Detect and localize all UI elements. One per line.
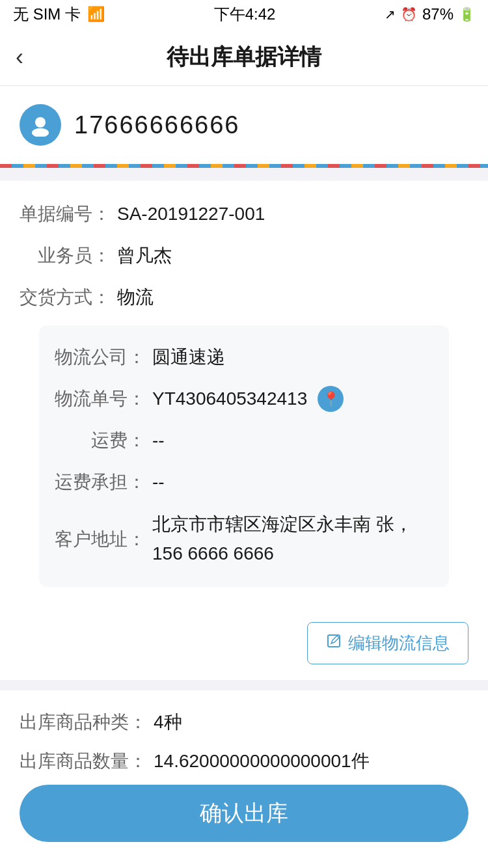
pin-icon: 📍 [322, 388, 340, 410]
edit-icon [326, 633, 342, 653]
wifi-icon: 📶 [87, 6, 105, 23]
confirm-outbound-label: 确认出库 [200, 798, 288, 828]
logistics-tracking-value: YT4306405342413 [152, 385, 307, 413]
battery-label: 87% [422, 5, 454, 23]
confirm-outbound-button[interactable]: 确认出库 [20, 785, 468, 842]
status-time: 下午4:42 [214, 4, 276, 25]
edit-logistics-label: 编辑物流信息 [348, 632, 450, 655]
logistics-company-value: 圆通速递 [152, 344, 225, 371]
delivery-method-label: 交货方式： [20, 284, 111, 311]
sales-person-value: 曾凡杰 [117, 242, 172, 269]
logistics-card: 物流公司： 圆通速递 物流单号： YT4306405342413 📍 运费： -… [39, 325, 449, 587]
avatar [20, 104, 61, 146]
document-no-row: 单据编号： SA-20191227-001 [20, 200, 468, 228]
alarm-icon: ⏰ [401, 7, 417, 22]
sales-person-row: 业务员： 曾凡杰 [20, 242, 468, 269]
address-label: 客户地址： [55, 526, 146, 553]
document-no-label: 单据编号： [20, 200, 111, 228]
logistics-company-row: 物流公司： 圆通速递 [55, 344, 433, 371]
status-left: 无 SIM 卡 📶 [13, 4, 105, 25]
address-row: 客户地址： 北京市市辖区海淀区永丰南 张，156 6666 6666 [55, 510, 433, 569]
svg-point-1 [32, 128, 49, 137]
status-bar: 无 SIM 卡 📶 下午4:42 ↗ ⏰ 87% 🔋 [0, 0, 488, 29]
freight-bearer-label: 运费承担： [55, 468, 146, 496]
freight-label: 运费： [55, 427, 146, 454]
status-right: ↗ ⏰ 87% 🔋 [385, 5, 475, 23]
logistics-tracking-label: 物流单号： [55, 385, 146, 413]
svg-point-0 [35, 117, 46, 128]
customer-card: 17666666666 [0, 86, 488, 164]
order-info-section: 单据编号： SA-20191227-001 业务员： 曾凡杰 交货方式： 物流 … [0, 181, 488, 606]
product-type-label: 出库商品种类： [20, 710, 147, 735]
freight-bearer-row: 运费承担： -- [55, 468, 433, 496]
page-title: 待出库单据详情 [167, 42, 321, 72]
back-button[interactable]: ‹ [16, 44, 23, 71]
edit-logistics-button[interactable]: 编辑物流信息 [307, 622, 468, 664]
freight-bearer-value: -- [152, 468, 165, 496]
address-value: 北京市市辖区海淀区永丰南 张，156 6666 6666 [152, 510, 433, 569]
product-type-row: 出库商品种类： 4种 [20, 710, 468, 735]
product-type-value: 4种 [154, 710, 182, 735]
edit-btn-row: 编辑物流信息 [0, 606, 488, 680]
logistics-company-label: 物流公司： [55, 344, 146, 371]
document-no-value: SA-20191227-001 [117, 200, 265, 228]
battery-icon: 🔋 [459, 7, 475, 22]
tracking-location-icon[interactable]: 📍 [318, 386, 344, 412]
location-icon: ↗ [385, 7, 396, 22]
freight-value: -- [152, 427, 165, 454]
freight-row: 运费： -- [55, 427, 433, 454]
customer-phone: 17666666666 [74, 111, 239, 139]
logistics-tracking-row: 物流单号： YT4306405342413 📍 [55, 385, 433, 413]
nav-bar: ‹ 待出库单据详情 [0, 29, 488, 86]
carrier-label: 无 SIM 卡 [13, 4, 81, 25]
delivery-method-row: 交货方式： 物流 [20, 284, 468, 311]
bottom-btn-area: 确认出库 [0, 769, 488, 868]
delivery-method-value: 物流 [117, 284, 154, 311]
sales-person-label: 业务员： [20, 242, 111, 269]
color-separator [0, 164, 488, 168]
section-divider [0, 680, 488, 690]
logistics-number-container: YT4306405342413 📍 [146, 385, 344, 413]
